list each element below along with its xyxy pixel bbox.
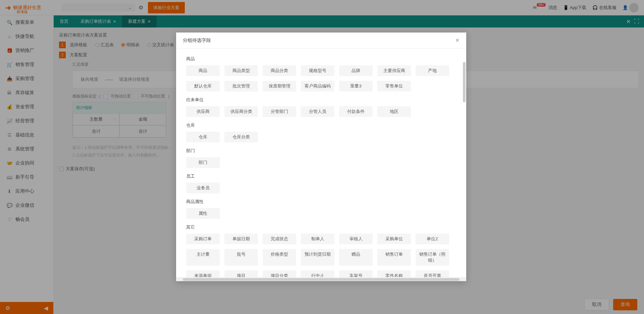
field-chip[interactable]: 预计到货日期	[301, 249, 334, 266]
field-chip[interactable]: 业务员	[186, 183, 220, 193]
field-chip[interactable]: 部门	[186, 157, 220, 168]
field-chip[interactable]: 销售订单	[377, 249, 411, 266]
dialog-body: 商品商品商品类型商品分类规格型号品牌主要供应商产地默认仓库批次管理保质期管理客户…	[176, 49, 466, 277]
field-chip[interactable]: 单位2	[416, 234, 449, 244]
dialog-header: 分组待选字段 ✕	[176, 33, 466, 49]
field-chip[interactable]: 单据日期	[224, 234, 258, 244]
field-selection-dialog: 分组待选字段 ✕ 商品商品商品类型商品分类规格型号品牌主要供应商产地默认仓库批次…	[176, 33, 466, 281]
field-chip[interactable]: 车架号	[339, 270, 373, 277]
group-title: 部门	[186, 148, 456, 154]
field-chip[interactable]: 供应商	[186, 106, 220, 117]
field-chip[interactable]: 商品分类	[263, 65, 296, 76]
chip-row: 业务员	[186, 183, 456, 193]
scrollbar-vertical[interactable]	[463, 62, 466, 102]
field-chip[interactable]: 批号	[224, 249, 258, 266]
field-chip[interactable]: 采购订单	[186, 234, 220, 244]
field-group-6: 其它采购订单单据日期完成状态制单人审核人采购单位单位2主计量批号价格类型预计到货…	[186, 224, 456, 277]
close-icon[interactable]: ✕	[455, 37, 460, 44]
field-group-3: 部门部门	[186, 148, 456, 168]
field-chip[interactable]: 批次管理	[224, 81, 258, 91]
chip-row: 仓库仓库分类	[186, 132, 456, 142]
group-title: 商品	[186, 56, 456, 62]
group-title: 员工	[186, 173, 456, 179]
field-chip[interactable]: 审核人	[339, 234, 373, 244]
field-chip[interactable]: 销售订单（明细）	[416, 249, 449, 266]
field-chip[interactable]: 默认仓库	[186, 81, 220, 91]
chip-row: 供应商供应商分类分管部门分管人员付款条件地区	[186, 106, 456, 117]
field-chip[interactable]: 保质期管理	[263, 81, 296, 91]
field-chip[interactable]: 属性	[186, 208, 220, 219]
field-chip[interactable]: 项目分类	[263, 270, 296, 277]
dialog-title: 分组待选字段	[183, 38, 211, 44]
field-chip[interactable]: 商品类型	[224, 65, 258, 76]
field-chip[interactable]: 是否开票	[416, 270, 449, 277]
field-chip[interactable]: 项目	[224, 270, 258, 277]
field-group-1: 往来单位供应商供应商分类分管部门分管人员付款条件地区	[186, 97, 456, 117]
group-title: 其它	[186, 224, 456, 230]
field-chip[interactable]: 价格类型	[263, 249, 296, 266]
field-group-0: 商品商品商品类型商品分类规格型号品牌主要供应商产地默认仓库批次管理保质期管理客户…	[186, 56, 456, 91]
field-chip[interactable]: 零件名称	[377, 270, 411, 277]
field-chip[interactable]: 产地	[416, 65, 449, 76]
field-chip[interactable]: 规格型号	[301, 65, 334, 76]
field-group-4: 员工业务员	[186, 173, 456, 193]
field-chip[interactable]: 仓库	[186, 132, 220, 142]
field-chip[interactable]: 分管人员	[301, 106, 334, 117]
field-chip[interactable]: 赠品	[339, 249, 373, 266]
field-chip[interactable]: 分管部门	[263, 106, 296, 117]
field-chip[interactable]: 品牌	[339, 65, 373, 76]
field-chip[interactable]: 商品	[186, 65, 220, 76]
field-chip[interactable]: 主计量	[186, 249, 220, 266]
field-chip[interactable]: 仓库分类	[224, 132, 258, 142]
field-chip[interactable]: 主要供应商	[377, 65, 411, 76]
group-title: 往来单位	[186, 97, 456, 103]
field-chip[interactable]: 供应商分类	[224, 106, 258, 117]
field-chip[interactable]: 采购单位	[377, 234, 411, 244]
field-chip[interactable]: 来源单据	[186, 270, 220, 277]
field-group-2: 仓库仓库仓库分类	[186, 122, 456, 142]
field-chip[interactable]: 完成状态	[263, 234, 296, 244]
chip-row: 部门	[186, 157, 456, 168]
chip-row: 商品商品类型商品分类规格型号品牌主要供应商产地默认仓库批次管理保质期管理客户商品…	[186, 65, 456, 91]
scrollbar-horizontal[interactable]	[176, 277, 466, 281]
group-title: 商品属性	[186, 199, 456, 205]
field-chip[interactable]: 客户商品编码	[301, 81, 334, 91]
field-chip[interactable]: 地区	[377, 106, 411, 117]
field-chip[interactable]: 付款条件	[339, 106, 373, 117]
chip-row: 采购订单单据日期完成状态制单人审核人采购单位单位2主计量批号价格类型预计到货日期…	[186, 234, 456, 277]
group-title: 仓库	[186, 122, 456, 128]
field-group-5: 商品属性属性	[186, 199, 456, 219]
field-chip[interactable]: 重量3	[339, 81, 373, 91]
chip-row: 属性	[186, 208, 456, 219]
field-chip[interactable]: 零售单位	[377, 81, 411, 91]
field-chip[interactable]: 制单人	[301, 234, 334, 244]
field-chip[interactable]: 行中止	[301, 270, 334, 277]
